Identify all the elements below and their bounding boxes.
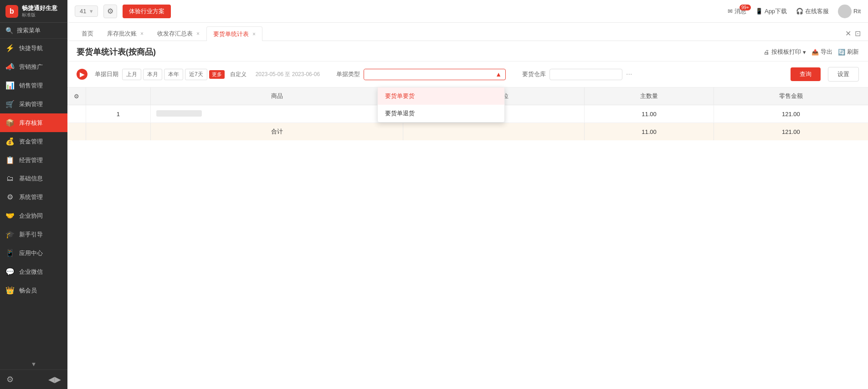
system-icon: ⚙ <box>5 193 15 201</box>
sidebar-item-sales[interactable]: 📊 销售管理 <box>0 76 67 95</box>
row-product-cell <box>151 105 403 123</box>
sidebar-item-quick-nav[interactable]: ⚡ 快捷导航 <box>0 39 67 57</box>
this-month-btn[interactable]: 本月 <box>143 69 162 80</box>
type-dropdown: 要货单要货 要货单退货 <box>377 87 505 123</box>
headset-icon: 🎧 <box>796 8 803 15</box>
page-header: 要货单统计表(按商品) 🖨 按模板打印 ▾ 📤 导出 🔄 刷新 <box>67 41 868 61</box>
collapse-icon[interactable]: ◀▶ <box>48 374 61 384</box>
product-name-placeholder <box>156 110 202 117</box>
footer-settings-cell <box>67 123 86 141</box>
avatar <box>838 5 852 18</box>
print-icon: 🖨 <box>764 49 770 56</box>
app-download-button[interactable]: 📱 App下载 <box>755 7 787 15</box>
header-left: 41 ▾ ⚙ 体验行业方案 <box>75 5 171 18</box>
sidebar-item-purchase[interactable]: 🛒 采购管理 <box>0 95 67 113</box>
logo-text: 畅捷通好生意 标准版 <box>22 5 57 18</box>
sidebar: b 畅捷通好生意 标准版 🔍 搜索菜单 ⚡ 快捷导航 📣 营销推广 📊 销售管理… <box>0 0 67 389</box>
guide-icon: 🎓 <box>5 230 15 239</box>
online-service-button[interactable]: 🎧 在线客服 <box>796 7 829 15</box>
tab-close-receivable-summary[interactable]: × <box>196 31 200 37</box>
window-controls: ✕ ⊡ <box>845 29 861 41</box>
sidebar-item-enterprise[interactable]: 🤝 企业协同 <box>0 206 67 225</box>
export-icon: 📤 <box>812 49 819 56</box>
custom-date-btn[interactable]: 自定义 <box>226 69 250 80</box>
page-title: 要货单统计表(按商品) <box>77 46 156 57</box>
sidebar-item-vip[interactable]: 👑 畅会员 <box>0 281 67 300</box>
sidebar-item-finance[interactable]: 💰 资金管理 <box>0 132 67 151</box>
wechat-icon: 💬 <box>5 267 15 276</box>
row-amount-cell: 121.00 <box>714 105 868 123</box>
sidebar-item-wechat[interactable]: 💬 企业微信 <box>0 262 67 281</box>
marketing-icon: 📣 <box>5 62 15 71</box>
chevron-down-icon: ▾ <box>803 49 806 56</box>
dropdown-item-order-return[interactable]: 要货单退货 <box>378 105 504 122</box>
sidebar-item-apps[interactable]: 📱 应用中心 <box>0 244 67 262</box>
export-button[interactable]: 📤 导出 <box>812 48 832 56</box>
filter-area: ▶ 单据日期 上月 本月 本年 近7天 更多 自定义 2023-05-06 至 … <box>67 61 868 87</box>
sidebar-item-guide[interactable]: 🎓 新手引导 <box>0 225 67 244</box>
sidebar-item-inventory[interactable]: 📦 库存核算 <box>0 113 67 132</box>
this-year-btn[interactable]: 本年 <box>164 69 183 80</box>
main-content: 41 ▾ ⚙ 体验行业方案 ✉ 消息 99+ 📱 App下载 🎧 在线客服 <box>67 0 868 389</box>
vip-icon: 👑 <box>5 286 15 295</box>
scroll-down-arrow[interactable]: ▼ <box>0 359 67 369</box>
col-product: 商品 <box>151 87 403 105</box>
window-maximize-icon[interactable]: ⊡ <box>855 29 861 38</box>
warehouse-more-icon[interactable]: ··· <box>626 70 632 78</box>
more-dates-btn[interactable]: 更多 <box>209 70 225 79</box>
basic-icon: 🗂 <box>5 174 15 183</box>
type-dropdown-icon[interactable]: ▲ <box>492 71 505 78</box>
user-avatar-area[interactable]: Rit <box>838 5 861 18</box>
header-right: ✉ 消息 99+ 📱 App下载 🎧 在线客服 Rit <box>728 5 861 18</box>
query-button[interactable]: 查询 <box>791 67 821 81</box>
message-icon: ✉ <box>728 8 733 15</box>
type-input[interactable] <box>364 69 492 80</box>
quick-nav-icon: ⚡ <box>5 44 15 52</box>
tab-home[interactable]: 首页 <box>75 26 100 41</box>
row-index-cell: 1 <box>86 105 151 123</box>
warehouse-input[interactable] <box>550 69 622 80</box>
phone-icon: 📱 <box>755 8 763 15</box>
refresh-icon: 🔄 <box>838 49 845 56</box>
store-selector[interactable]: 41 ▾ <box>75 5 98 17</box>
sidebar-search[interactable]: 🔍 搜索菜单 <box>0 23 67 39</box>
sidebar-item-operation[interactable]: 📋 经营管理 <box>0 151 67 169</box>
filter-settings-button[interactable]: 设置 <box>828 67 859 82</box>
settings-icon[interactable]: ⚙ <box>6 374 14 384</box>
col-settings[interactable]: ⚙ <box>67 87 86 105</box>
sidebar-item-basic[interactable]: 🗂 基础信息 <box>0 169 67 188</box>
search-icon: 🔍 <box>5 27 13 34</box>
window-close-icon[interactable]: ✕ <box>845 29 851 38</box>
header-gear-button[interactable]: ⚙ <box>103 5 117 18</box>
chevron-down-icon: ▾ <box>90 8 93 15</box>
trial-button[interactable]: 体验行业方案 <box>123 5 171 18</box>
footer-quantity-cell: 11.00 <box>585 123 714 141</box>
expand-filter-button[interactable]: ▶ <box>77 69 87 80</box>
inventory-icon: 📦 <box>5 118 15 127</box>
warehouse-filter-section: 要货仓库 ··· <box>522 69 632 80</box>
tab-receivable-summary[interactable]: 收发存汇总表 × <box>150 26 206 41</box>
print-button[interactable]: 🖨 按模板打印 ▾ <box>764 48 806 56</box>
footer-label-cell: 合计 <box>151 123 403 141</box>
operation-icon: 📋 <box>5 156 15 164</box>
date-shortcuts: 上月 本月 本年 近7天 更多 自定义 <box>122 69 250 80</box>
prev-month-btn[interactable]: 上月 <box>122 69 141 80</box>
refresh-button[interactable]: 🔄 刷新 <box>838 48 859 56</box>
page-content: 要货单统计表(按商品) 🖨 按模板打印 ▾ 📤 导出 🔄 刷新 ▶ <box>67 41 868 389</box>
page-actions: 🖨 按模板打印 ▾ 📤 导出 🔄 刷新 <box>764 48 859 56</box>
last-7-days-btn[interactable]: 近7天 <box>185 69 207 80</box>
finance-icon: 💰 <box>5 137 15 146</box>
sidebar-item-marketing[interactable]: 📣 营销推广 <box>0 57 67 76</box>
tab-inventory-batch[interactable]: 库存批次账 × <box>100 26 150 41</box>
tab-close-inventory-batch[interactable]: × <box>140 31 144 37</box>
sidebar-logo: b 畅捷通好生意 标准版 <box>0 0 67 23</box>
tab-order-stats[interactable]: 要货单统计表 × <box>206 26 262 41</box>
sales-icon: 📊 <box>5 81 15 90</box>
footer-unit-cell <box>403 123 585 141</box>
col-index <box>86 87 151 105</box>
table-footer-row: 合计 11.00 121.00 <box>67 123 868 141</box>
tab-close-order-stats[interactable]: × <box>252 31 256 37</box>
dropdown-item-order-goods[interactable]: 要货单要货 <box>378 87 504 105</box>
messages-button[interactable]: ✉ 消息 99+ <box>728 7 746 15</box>
sidebar-item-system[interactable]: ⚙ 系统管理 <box>0 188 67 206</box>
